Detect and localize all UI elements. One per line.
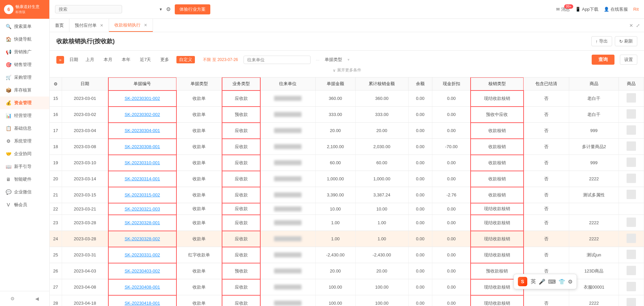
doc-no-link[interactable]: SK-20230403-002 [124,268,160,273]
doc-no-link[interactable]: SK-20230328-002 [124,236,160,241]
tab-close-icon[interactable]: ✕ [629,23,633,28]
sidebar-item-wechat[interactable]: 💬企业微信 [0,186,49,198]
cell-cum-cancel: 10.00 [356,203,409,215]
ime-icons: 英 🎤 ⌨ 👕 ⚙ [531,278,573,285]
partner-value: ████████ [274,301,302,306]
doc-no-link[interactable]: SK-20230328-001 [124,220,160,225]
cell-goods: 2222 [569,295,619,306]
app-download-btn[interactable]: 📱 App下载 [575,6,598,12]
doc-no-link[interactable]: SK-20230321-003 [124,206,160,211]
cell-balance: 0.00 [408,295,432,306]
refresh-btn[interactable]: ↻ 刷新 [615,36,637,46]
cell-doc-no: SK-20230308-001 [108,139,176,155]
tab-home[interactable]: 首页 [50,19,69,32]
tabbar: 首页 预付应付单 ✕ 收款核销执行 ✕ ✕ ⤢ [50,19,644,32]
message-btn[interactable]: ✉ 消息 99+ [556,6,570,12]
sidebar-item-sales[interactable]: 🎯销售管理 [0,58,49,71]
cell-balance: 0.00 [408,203,432,215]
tab-collection[interactable]: 收款核销执行 ✕ [109,19,153,32]
cell-no: 23 [50,215,62,231]
settings-icon[interactable]: ⚙ [166,6,171,12]
doc-no-link[interactable]: SK-20230418-001 [124,301,160,306]
this-month-btn[interactable]: 本月 [102,56,114,63]
sidebar-collapse-icon[interactable]: ◀ [33,294,41,303]
cell-amount: 333.00 [315,107,355,123]
cell-biz-type: 应收款 [222,203,260,215]
filter-toggle-btn[interactable]: » [56,56,64,64]
search-input[interactable] [55,5,122,13]
cell-doc-type: 收款单 [176,107,222,123]
topbar-dropdown[interactable]: ▾ [160,7,162,12]
cell-amount: 1.00 [315,215,355,231]
cell-balance: 0.00 [408,123,432,139]
sidebar-item-system[interactable]: ⚙系统管理 [0,135,49,147]
last-month-btn[interactable]: 上月 [84,56,96,63]
industry-btn[interactable]: 体验行业方案 [175,4,210,14]
doc-no-link[interactable]: SK-20230331-002 [124,252,160,257]
table-row: 24 2023-03-28 SK-20230328-002 收款单 应收款 ██… [50,231,644,247]
sidebar-item-capital[interactable]: 💰资金管理 [0,97,49,109]
sidebar-settings-icon[interactable]: ⚙ [8,294,17,303]
custom-date-btn[interactable]: 自定义 [176,56,195,63]
cell-include-settled: 否 [524,247,569,263]
tab-prepay-close[interactable]: ✕ [100,23,103,28]
sidebar-item-hardware[interactable]: 🖥智能硬件 [0,173,49,186]
cell-partner: ████████ [260,263,315,279]
export-btn[interactable]: ↑ 导出 [591,36,612,46]
filter-settings-btn[interactable]: 设置 [620,55,637,65]
filter-row: » 日期 上月 本月 本年 近7天 更多 自定义 不限 至 2023-07-26… [56,55,637,65]
query-btn[interactable]: 查询 [592,55,614,65]
expand-btn[interactable]: ∨ 展开更多条件 [333,67,361,73]
col-header-settings[interactable]: ⚙ [50,77,62,90]
col-header-date: 日期 [62,77,108,90]
ime-keyboard-icon[interactable]: ⌨ [548,279,556,285]
doc-no-link[interactable]: SK-20230408-001 [124,285,160,290]
ime-settings-icon[interactable]: ⚙ [568,279,573,285]
sidebar-item-enterprise[interactable]: 🤝企业协同 [0,147,49,160]
doc-no-link[interactable]: SK-20230308-001 [124,144,160,149]
this-year-btn[interactable]: 本年 [120,56,132,63]
cell-include-settled: 否 [524,171,569,187]
cell-doc-no: SK-20230301-002 [108,90,176,107]
sidebar-item-search-menu[interactable]: 🔍搜索菜单 [0,20,49,33]
sidebar-item-marketing[interactable]: 📢营销推广 [0,46,49,58]
ime-mic-icon[interactable]: 🎤 [539,279,545,285]
cell-amount: 3,390.00 [315,187,355,203]
tab-prepay[interactable]: 预付应付单 ✕ [69,19,109,32]
sidebar-item-vip[interactable]: V畅会员 [0,198,49,211]
doc-no-link[interactable]: SK-20230315-002 [124,192,160,197]
partner-input[interactable] [244,56,311,64]
col-header-cancel-type: 核销类型 [471,77,524,90]
cell-date: 2023-03-28 [62,215,108,231]
sidebar-item-label: 快捷导航 [14,36,32,42]
cell-no: 20 [50,171,62,187]
doc-no-link[interactable]: SK-20230304-001 [124,128,160,133]
partner-value: ████████ [274,192,302,197]
sidebar-item-guide[interactable]: 📖新手引导 [0,160,49,173]
ime-theme-icon[interactable]: 👕 [558,279,565,285]
sidebar-item-purchase[interactable]: 🛒采购管理 [0,71,49,84]
tab-collection-close[interactable]: ✕ [144,23,147,27]
cell-balance: 0.00 [408,187,432,203]
doc-no-link[interactable]: SK-20230302-002 [124,112,160,117]
tab-prepay-label: 预付应付单 [75,22,97,28]
user-name[interactable]: Rit [633,7,639,12]
cell-partner: ████████ [260,203,315,215]
sidebar-item-operations[interactable]: 📊经营管理 [0,109,49,122]
ime-chinese-label[interactable]: 英 [531,278,536,285]
cell-biz-type: 应收款 [222,247,260,263]
doc-no-link[interactable]: SK-20230310-001 [124,160,160,165]
sidebar-item-quick-nav[interactable]: 🏠快捷导航 [0,33,49,46]
cell-date: 2023-03-02 [62,107,108,123]
more-btn[interactable]: 更多 [158,56,171,63]
cell-cum-cancel: 100.00 [356,295,409,306]
last-7days-btn[interactable]: 近7天 [138,56,153,63]
basic-icon: 📋 [5,126,11,131]
doc-no-link[interactable]: SK-20230314-001 [124,176,160,181]
service-btn[interactable]: 👤 在线客服 [604,6,628,12]
sidebar-item-inventory[interactable]: 📦库存核算 [0,84,49,97]
cell-no: 24 [50,231,62,247]
sidebar-item-basic[interactable]: 📋基础信息 [0,122,49,135]
tab-expand-icon[interactable]: ⤢ [636,23,640,28]
doc-no-link[interactable]: SK-20230301-002 [124,96,160,101]
